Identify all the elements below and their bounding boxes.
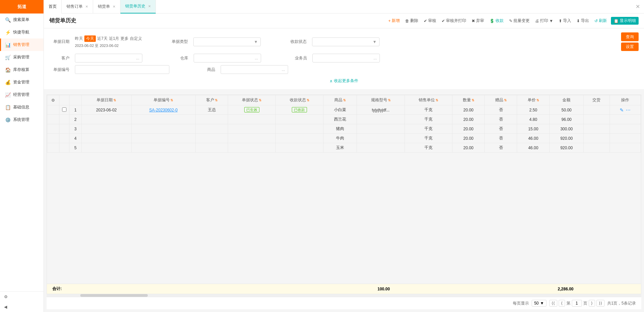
sidebar-footer-settings[interactable]: ⚙ xyxy=(0,292,44,302)
page-prev-btn[interactable]: ⟨ xyxy=(559,300,565,307)
scrollbar-thumb[interactable] xyxy=(80,294,148,297)
query-button[interactable]: 查询 xyxy=(621,32,639,41)
col-customer[interactable]: 客户 ⇅ xyxy=(196,95,228,105)
cell-action[interactable] xyxy=(610,115,641,124)
table-row[interactable]: 2 西兰花 千克 20.00 否 4.80 96.00 xyxy=(47,115,641,124)
shortcut-custom[interactable]: 自定义 xyxy=(130,36,142,42)
salesperson-ellipsis[interactable]: ... xyxy=(373,56,377,60)
shortcut-1month[interactable]: 近1月 xyxy=(109,36,119,42)
tab-sales-history[interactable]: 销货单历史 ✕ xyxy=(120,0,156,14)
table-row[interactable]: 3 猪肉 千克 20.00 否 15.00 300.00 xyxy=(47,124,641,134)
col-collect-status[interactable]: 收款状态 ⇅ xyxy=(276,95,323,105)
col-settings-icon[interactable]: ⚙ xyxy=(51,98,55,103)
col-action-label: 操作 xyxy=(621,98,629,102)
col-doc-date[interactable]: 单据日期 ⇅ xyxy=(82,95,132,105)
sidebar-item-quick-nav[interactable]: ⚡ 快捷导航 xyxy=(0,26,44,38)
settings-button[interactable]: 设置 xyxy=(621,43,639,51)
collect-button[interactable]: 💲 收款 xyxy=(488,17,505,24)
doc-no-input[interactable] xyxy=(75,65,169,74)
add-button[interactable]: + 新增 xyxy=(387,17,401,24)
salesperson-input[interactable]: ... xyxy=(312,54,380,62)
collect-status-select[interactable]: ▼ xyxy=(312,37,380,46)
sidebar-item-basic-info[interactable]: 📋 基础信息 xyxy=(0,101,44,113)
col-goods[interactable]: 商品 ⇅ xyxy=(323,95,357,105)
cell-checkbox[interactable] xyxy=(59,143,69,153)
sidebar-footer-collapse[interactable]: ◀ xyxy=(0,302,44,312)
tab-sales-goods[interactable]: 销货单 ✕ xyxy=(93,0,120,14)
tab-home[interactable]: 首页 xyxy=(44,0,62,14)
tab-sales-order[interactable]: 销售订单 ✕ xyxy=(62,0,93,14)
table-row[interactable]: 5 玉米 千克 20.00 否 46.00 920.00 xyxy=(47,143,641,153)
table-row[interactable]: 4 牛肉 千克 20.00 否 46.00 920.00 xyxy=(47,134,641,143)
shortcut-7days[interactable]: 近7天 xyxy=(97,36,108,42)
sidebar-item-finance[interactable]: 💰 资金管理 xyxy=(0,76,44,88)
cell-checkbox[interactable] xyxy=(59,134,69,143)
cell-checkbox[interactable] xyxy=(59,115,69,124)
shortcut-yesterday[interactable]: 昨天 xyxy=(75,36,83,42)
horizontal-scrollbar[interactable] xyxy=(47,294,641,297)
col-doc-no[interactable]: 单据编号 ⇅ xyxy=(131,95,195,105)
page-next-btn[interactable]: ⟩ xyxy=(589,300,595,307)
audit-button[interactable]: ✔ 审核 xyxy=(422,17,438,24)
page-current[interactable]: 1 xyxy=(572,300,582,307)
tab-sales-history-close[interactable]: ✕ xyxy=(148,4,151,8)
page-first-btn[interactable]: ⟨⟨ xyxy=(549,300,557,307)
cell-doc-no[interactable]: SA-20230602-0 xyxy=(131,105,195,115)
cell-action[interactable] xyxy=(610,134,641,143)
cell-action[interactable] xyxy=(610,124,641,134)
doc-type-select[interactable]: ▼ xyxy=(193,37,261,46)
sidebar-item-purchase-mgmt[interactable]: 🛒 采购管理 xyxy=(0,51,44,63)
print-button[interactable]: 🖨 打印 ▼ xyxy=(534,17,555,24)
cell-checkbox[interactable] xyxy=(59,124,69,134)
sidebar-item-inventory[interactable]: 🏠 库存核算 xyxy=(0,63,44,76)
batch-change-button[interactable]: ✎ 批量变更 xyxy=(508,17,531,24)
total-info: 共1页，5条记录 xyxy=(607,301,636,306)
cell-action[interactable] xyxy=(610,143,641,153)
cell-doc-no[interactable] xyxy=(131,124,195,134)
table-row[interactable]: 1 2023-06-02 SA-20230602-0 王总 已生效 已收款 小白… xyxy=(47,105,641,115)
show-detail-button[interactable]: 📋 显示明细 xyxy=(611,17,639,25)
col-spec[interactable]: 规格型号 ⇅ xyxy=(357,95,404,105)
cell-doc-no[interactable] xyxy=(131,143,195,153)
page-last-btn[interactable]: ⟩⟩ xyxy=(596,300,605,307)
export-button[interactable]: ⬇ 导出 xyxy=(575,17,590,24)
col-settings[interactable]: ⚙ xyxy=(47,95,59,105)
col-qty[interactable]: 数量 ⇅ xyxy=(452,95,485,105)
col-unit[interactable]: 销售单位 ⇅ xyxy=(404,95,452,105)
warehouse-input[interactable]: ... xyxy=(194,54,261,62)
customer-ellipsis[interactable]: ... xyxy=(136,56,139,60)
customer-input[interactable]: ... xyxy=(75,54,142,62)
goods-input[interactable]: ... xyxy=(221,65,288,74)
shortcut-today[interactable]: 今天 xyxy=(84,35,96,42)
refresh-button[interactable]: ↺ 刷新 xyxy=(593,17,608,24)
cell-doc-no[interactable] xyxy=(131,115,195,124)
cell-action[interactable]: ✎⋯ xyxy=(610,105,641,115)
sidebar-item-operations[interactable]: 📈 经营管理 xyxy=(0,88,44,101)
doc-no-link[interactable]: SA-20230602-0 xyxy=(149,108,177,112)
col-gift[interactable]: 赠品 ⇅ xyxy=(485,95,517,105)
col-price[interactable]: 单价 ⇅ xyxy=(517,95,550,105)
close-all-tabs[interactable]: ✕ xyxy=(632,3,644,10)
abandon-button[interactable]: ✖ 弃审 xyxy=(470,17,485,24)
page-size-select[interactable]: 50 ▼ xyxy=(532,300,546,307)
sidebar-item-sales-mgmt[interactable]: 📊 销售管理 xyxy=(0,38,44,51)
shortcut-more[interactable]: 更多 xyxy=(120,36,129,42)
import-button[interactable]: ⬆ 导入 xyxy=(557,17,572,24)
more-action-icon[interactable]: ⋯ xyxy=(626,107,631,113)
edit-action-icon[interactable]: ✎ xyxy=(620,107,624,113)
sidebar-item-system-mgmt[interactable]: ⚙️ 系统管理 xyxy=(0,113,44,126)
delete-button[interactable]: 🗑 删除 xyxy=(404,17,420,24)
cell-unit: 千克 xyxy=(404,143,452,153)
audit-print-button[interactable]: ✔ 审核并打印 xyxy=(440,17,468,24)
tab-sales-order-close[interactable]: ✕ xyxy=(85,5,88,8)
table-wrap[interactable]: ⚙ 单据日期 ⇅ xyxy=(47,95,641,284)
tab-sales-goods-close[interactable]: ✕ xyxy=(113,5,115,8)
row-checkbox[interactable] xyxy=(62,107,66,112)
warehouse-ellipsis[interactable]: ... xyxy=(255,56,258,60)
col-doc-status[interactable]: 单据状态 ⇅ xyxy=(228,95,276,105)
cell-checkbox[interactable] xyxy=(59,105,69,115)
sidebar-item-search-menu[interactable]: 🔍 搜索菜单 xyxy=(0,14,44,26)
cell-doc-no[interactable] xyxy=(131,134,195,143)
collapse-btn[interactable]: ∧ 收起更多条件 xyxy=(49,77,639,85)
goods-ellipsis[interactable]: ... xyxy=(282,67,285,72)
